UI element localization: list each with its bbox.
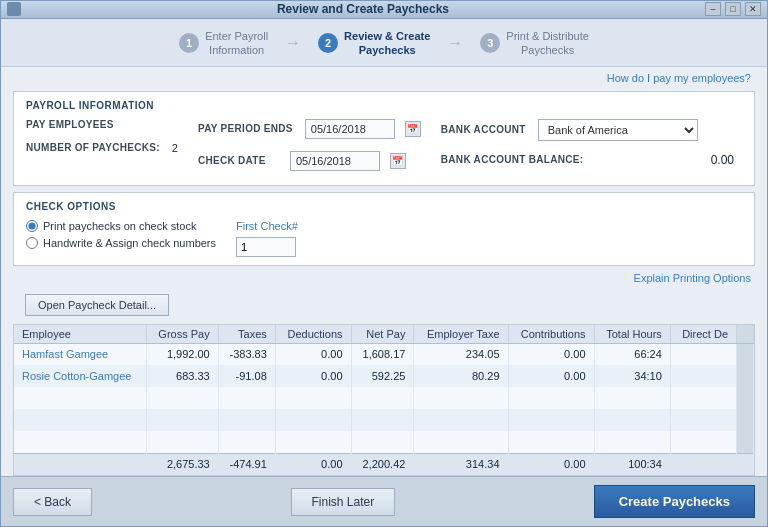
gross-pay-1: 1,992.00 bbox=[146, 343, 218, 365]
step-arrow-2: → bbox=[430, 36, 480, 50]
back-button[interactable]: < Back bbox=[13, 488, 92, 516]
net-pay-1: 1,608.17 bbox=[351, 343, 414, 365]
pay-period-input[interactable] bbox=[305, 119, 395, 139]
paycheck-table-container: Employee Gross Pay Taxes Deductions Net … bbox=[13, 324, 755, 477]
total-hours: 100:34 bbox=[594, 453, 670, 475]
first-check-input[interactable] bbox=[236, 237, 296, 257]
scrollbar-cell-1 bbox=[737, 343, 754, 365]
table-totals-row: 2,675.33 -474.91 0.00 2,200.42 314.34 0.… bbox=[14, 453, 754, 475]
total-hours-2: 34:10 bbox=[594, 365, 670, 387]
wizard-step-2: 2 Review & CreatePaychecks bbox=[318, 29, 430, 58]
gross-pay-2: 683.33 bbox=[146, 365, 218, 387]
print-radio-text: Print paychecks on check stock bbox=[43, 220, 196, 232]
print-radio-label[interactable]: Print paychecks on check stock bbox=[26, 220, 216, 232]
col-employer-taxes: Employer Taxe bbox=[414, 325, 508, 344]
app-icon bbox=[7, 2, 21, 16]
first-check-link[interactable]: First Check# bbox=[236, 220, 298, 232]
pay-employees-row: PAY EMPLOYEES bbox=[26, 119, 178, 130]
contributions-2: 0.00 bbox=[508, 365, 594, 387]
table-row bbox=[14, 387, 754, 409]
check-options-panel: CHECK OPTIONS Print paychecks on check s… bbox=[13, 192, 755, 266]
check-options-title: CHECK OPTIONS bbox=[26, 201, 742, 212]
total-direct-deposit bbox=[670, 453, 736, 475]
handwrite-radio[interactable] bbox=[26, 237, 38, 249]
employee-name-1[interactable]: Hamfast Gamgee bbox=[14, 343, 146, 365]
open-paycheck-detail-button[interactable]: Open Paycheck Detail... bbox=[25, 294, 169, 316]
contributions-1: 0.00 bbox=[508, 343, 594, 365]
finish-later-button[interactable]: Finish Later bbox=[291, 488, 396, 516]
wizard-step-3: 3 Print & DistributePaychecks bbox=[480, 29, 589, 58]
col-gross-pay: Gross Pay bbox=[146, 325, 218, 344]
col-employee: Employee bbox=[14, 325, 146, 344]
total-label bbox=[14, 453, 146, 475]
maximize-button[interactable]: □ bbox=[725, 2, 741, 16]
help-bar: How do I pay my employees? bbox=[1, 67, 767, 87]
num-paychecks-row: NUMBER OF PAYCHECKS: 2 bbox=[26, 142, 178, 154]
total-taxes: -474.91 bbox=[218, 453, 275, 475]
num-paychecks-value: 2 bbox=[172, 142, 178, 154]
payroll-info-panel: PAYROLL INFORMATION PAY EMPLOYEES NUMBER… bbox=[13, 91, 755, 186]
explain-link[interactable]: Explain Printing Options bbox=[1, 272, 767, 284]
pay-period-label: PAY PERIOD ENDS bbox=[198, 123, 293, 134]
total-gross-pay: 2,675.33 bbox=[146, 453, 218, 475]
paycheck-table: Employee Gross Pay Taxes Deductions Net … bbox=[14, 325, 754, 476]
main-window: Review and Create Paychecks – □ ✕ 1 Ente… bbox=[0, 0, 768, 527]
handwrite-radio-label[interactable]: Handwrite & Assign check numbers bbox=[26, 237, 216, 249]
close-button[interactable]: ✕ bbox=[745, 2, 761, 16]
check-date-label: CHECK DATE bbox=[198, 155, 278, 166]
bank-account-select[interactable]: Bank of America Other Bank bbox=[538, 119, 698, 141]
check-date-calendar-icon[interactable]: 📅 bbox=[390, 153, 406, 169]
step-1-label: Enter PayrollInformation bbox=[205, 29, 268, 58]
step-2-circle: 2 bbox=[318, 33, 338, 53]
col-net-pay: Net Pay bbox=[351, 325, 414, 344]
table-row[interactable]: Hamfast Gamgee 1,992.00 -383.83 0.00 1,6… bbox=[14, 343, 754, 365]
print-radio[interactable] bbox=[26, 220, 38, 232]
total-contributions: 0.00 bbox=[508, 453, 594, 475]
col-total-hours: Total Hours bbox=[594, 325, 670, 344]
taxes-1: -383.83 bbox=[218, 343, 275, 365]
total-net-pay: 2,200.42 bbox=[351, 453, 414, 475]
col-direct-deposit: Direct De bbox=[670, 325, 736, 344]
bottom-bar: < Back Finish Later Create Paychecks bbox=[1, 476, 767, 526]
table-row bbox=[14, 431, 754, 453]
employer-taxes-2: 80.29 bbox=[414, 365, 508, 387]
help-link[interactable]: How do I pay my employees? bbox=[607, 72, 751, 84]
wizard-bar: 1 Enter PayrollInformation → 2 Review & … bbox=[1, 19, 767, 67]
handwrite-radio-text: Handwrite & Assign check numbers bbox=[43, 237, 216, 249]
taxes-2: -91.08 bbox=[218, 365, 275, 387]
check-date-input[interactable] bbox=[290, 151, 380, 171]
col-contributions: Contributions bbox=[508, 325, 594, 344]
scrollbar-header bbox=[737, 325, 754, 344]
pay-period-calendar-icon[interactable]: 📅 bbox=[405, 121, 421, 137]
step-2-label: Review & CreatePaychecks bbox=[344, 29, 430, 58]
step-arrow-1: → bbox=[268, 36, 318, 50]
payroll-info-title: PAYROLL INFORMATION bbox=[26, 100, 742, 111]
employer-taxes-1: 234.05 bbox=[414, 343, 508, 365]
total-employer-taxes: 314.34 bbox=[414, 453, 508, 475]
scrollbar-total bbox=[737, 453, 754, 475]
bank-balance-label: BANK ACCOUNT BALANCE: bbox=[441, 154, 584, 165]
bank-account-label: BANK ACCOUNT bbox=[441, 124, 526, 135]
direct-deposit-1 bbox=[670, 343, 736, 365]
total-deductions: 0.00 bbox=[275, 453, 351, 475]
table-row bbox=[14, 409, 754, 431]
deductions-2: 0.00 bbox=[275, 365, 351, 387]
step-3-label: Print & DistributePaychecks bbox=[506, 29, 589, 58]
window-controls: – □ ✕ bbox=[705, 2, 761, 16]
scrollbar-cell-2 bbox=[737, 365, 754, 387]
employee-name-2[interactable]: Rosie Cotton-Gamgee bbox=[14, 365, 146, 387]
col-deductions: Deductions bbox=[275, 325, 351, 344]
step-3-circle: 3 bbox=[480, 33, 500, 53]
deductions-1: 0.00 bbox=[275, 343, 351, 365]
create-paychecks-button[interactable]: Create Paychecks bbox=[594, 485, 755, 518]
step-1-circle: 1 bbox=[179, 33, 199, 53]
bank-account-row: BANK ACCOUNT Bank of America Other Bank bbox=[441, 119, 742, 141]
wizard-step-1: 1 Enter PayrollInformation bbox=[179, 29, 268, 58]
num-paychecks-label: NUMBER OF PAYCHECKS: bbox=[26, 142, 160, 153]
detail-btn-container: Open Paycheck Detail... bbox=[1, 284, 767, 324]
table-row[interactable]: Rosie Cotton-Gamgee 683.33 -91.08 0.00 5… bbox=[14, 365, 754, 387]
window-title: Review and Create Paychecks bbox=[21, 2, 705, 16]
bank-balance-value: 0.00 bbox=[711, 153, 742, 167]
minimize-button[interactable]: – bbox=[705, 2, 721, 16]
direct-deposit-2 bbox=[670, 365, 736, 387]
